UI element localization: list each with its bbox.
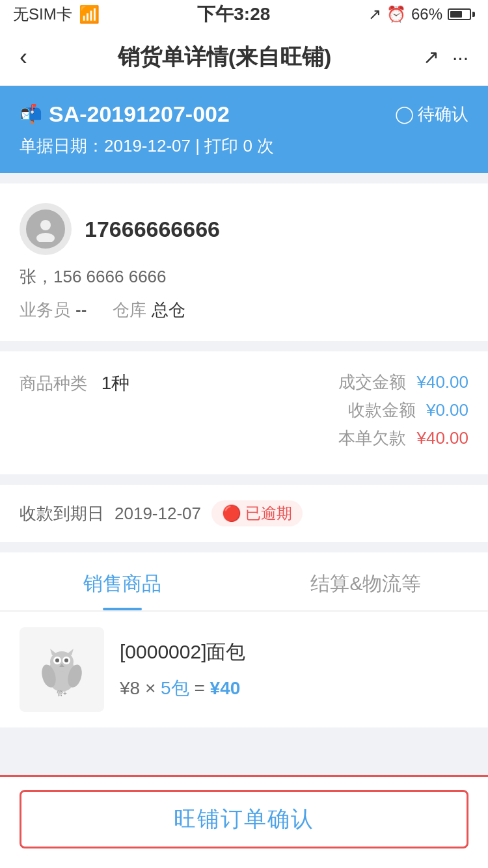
svg-point-8: [64, 658, 68, 662]
status-left: 无SIM卡 📶: [13, 4, 100, 25]
carrier-text: 无SIM卡: [13, 4, 72, 25]
received-row: 收款金额 ¥0.00: [338, 399, 468, 422]
salesperson-label: 业务员: [20, 299, 70, 321]
order-date: 单据日期：2019-12-07 | 打印 0 次: [20, 135, 468, 157]
summary-right: 成交金额 ¥40.00 收款金额 ¥0.00 本单欠款 ¥40.00: [338, 371, 468, 455]
transaction-row: 成交金额 ¥40.00: [338, 371, 468, 394]
price-qty: 5包: [161, 678, 189, 698]
order-icon: 📬: [20, 103, 42, 125]
order-status: ◯ 待确认: [395, 103, 468, 126]
due-date-value: 2019-12-07: [115, 504, 201, 524]
order-id: 📬 SA-20191207-002: [20, 102, 230, 127]
overdue-text: 已逾期: [245, 503, 292, 524]
location-icon: ↗: [368, 5, 381, 23]
owe-value: ¥40.00: [416, 428, 468, 448]
overdue-badge: 🔴 已逾期: [211, 500, 303, 526]
price-equals: =: [189, 678, 210, 698]
product-info: [0000002]面包 ¥8 × 5包 = ¥40: [120, 639, 468, 701]
due-section: 收款到期日 2019-12-07 🔴 已逾期: [0, 485, 488, 542]
customer-name: 张，156 6666 6666: [20, 265, 468, 288]
alert-icon: 🔴: [222, 504, 241, 522]
transaction-value: ¥40.00: [416, 372, 468, 392]
tabs-section: 销售商品 结算&物流等: [0, 552, 488, 727]
tabs-row: 销售商品 结算&物流等: [0, 552, 488, 612]
battery-icon: [448, 8, 475, 20]
summary-left: 商品种类 1种: [20, 371, 129, 396]
received-value: ¥0.00: [426, 400, 468, 420]
status-bar: 无SIM卡 📶 下午3:28 ↗ ⏰ 66%: [0, 0, 488, 29]
due-date-label: 收款到期日: [20, 502, 104, 525]
svg-text:管+: 管+: [57, 690, 67, 697]
svg-point-1: [36, 233, 55, 242]
more-icon[interactable]: ···: [452, 46, 468, 68]
warehouse-item: 仓库 总仓: [113, 299, 185, 321]
received-label: 收款金额: [348, 399, 416, 422]
alarm-icon: ⏰: [386, 5, 406, 23]
salesperson-item: 业务员 --: [20, 299, 87, 321]
customer-phone: 17666666666: [85, 217, 220, 242]
status-time: 下午3:28: [197, 2, 270, 27]
tab-sales-products[interactable]: 销售商品: [0, 552, 244, 610]
product-thumbnail: 管+: [20, 627, 104, 712]
avatar: [20, 203, 72, 255]
status-right: ↗ ⏰ 66%: [368, 5, 475, 23]
product-price: ¥8 × 5包 = ¥40: [120, 676, 468, 701]
owe-row: 本单欠款 ¥40.00: [338, 427, 468, 450]
avatar-icon: [26, 210, 65, 249]
customer-meta: 业务员 -- 仓库 总仓: [20, 299, 468, 321]
back-button[interactable]: ‹: [20, 44, 59, 71]
confirm-button[interactable]: 旺铺订单确认: [20, 790, 468, 848]
summary-section: 商品种类 1种 成交金额 ¥40.00 收款金额 ¥0.00 本单欠款 ¥40.…: [0, 351, 488, 474]
product-name: [0000002]面包: [120, 639, 468, 666]
nav-bar: ‹ 销货单详情(来自旺铺) ↗︎ ···: [0, 29, 488, 86]
wifi-icon: 📶: [79, 5, 100, 25]
customer-row: 17666666666: [20, 203, 468, 255]
owe-label: 本单欠款: [338, 427, 406, 450]
price-total: ¥40: [210, 678, 241, 698]
order-header: 📬 SA-20191207-002 ◯ 待确认 单据日期：2019-12-07 …: [0, 86, 488, 173]
svg-point-0: [40, 220, 51, 230]
salesperson-value: --: [75, 300, 87, 320]
clock-icon: ◯: [395, 104, 414, 124]
share-icon[interactable]: ↗︎: [423, 46, 439, 68]
goods-type-value: 1种: [102, 373, 130, 393]
order-header-top: 📬 SA-20191207-002 ◯ 待确认: [20, 102, 468, 127]
svg-point-7: [55, 658, 59, 662]
warehouse-label: 仓库: [113, 299, 146, 321]
tab-settlement-logistics[interactable]: 结算&物流等: [244, 552, 488, 610]
transaction-label: 成交金额: [338, 371, 406, 394]
product-item: 管+ [0000002]面包 ¥8 × 5包 = ¥40: [0, 612, 488, 727]
confirm-button-wrapper: 旺铺订单确认: [0, 775, 488, 868]
goods-type-label: 商品种类: [20, 373, 87, 393]
battery-text: 66%: [411, 5, 442, 23]
price-formula: ¥8 ×: [120, 678, 161, 698]
page-title: 销货单详情(来自旺铺): [59, 42, 390, 72]
customer-card: 17666666666 张，156 6666 6666 业务员 -- 仓库 总仓: [0, 183, 488, 341]
nav-actions: ↗︎ ···: [390, 46, 468, 68]
warehouse-value: 总仓: [152, 299, 185, 321]
